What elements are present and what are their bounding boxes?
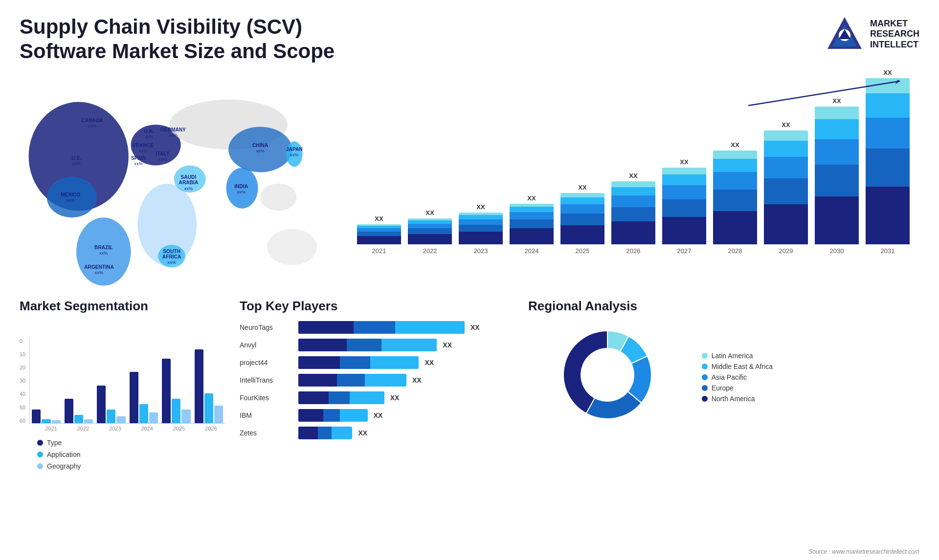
svg-text:U.K.: U.K.	[144, 128, 154, 133]
svg-text:xx%: xx%	[237, 190, 246, 194]
main-bar-group: XX2024	[510, 194, 554, 255]
legend-asia-pacific: Asia Pacific	[702, 373, 773, 381]
bar-value-label: XX	[476, 203, 485, 211]
bar-x-label: 2022	[423, 247, 437, 255]
bar-x-label: 2028	[728, 247, 742, 255]
bar-x-label: 2026	[626, 247, 641, 255]
player-xx-label: XX	[412, 376, 422, 384]
player-name: Anvyl	[240, 341, 298, 349]
source-text: Source : www.marketresearchintellect.com	[808, 548, 919, 555]
svg-text:xx%: xx%	[88, 124, 97, 129]
svg-text:xx%: xx%	[169, 133, 178, 138]
bar-value-label: XX	[782, 121, 790, 129]
bar-value-label: XX	[731, 141, 739, 149]
svg-text:xx%: xx%	[256, 149, 265, 153]
world-map-svg: CANADA xx% U.S. xx% MEXICO xx% BRAZIL xx…	[20, 74, 337, 289]
svg-text:xx%: xx%	[99, 251, 108, 256]
player-name: NeuroTags	[240, 323, 298, 331]
svg-text:ITALY: ITALY	[156, 151, 170, 156]
svg-text:CANADA: CANADA	[81, 118, 103, 123]
seg-bar-group	[97, 338, 125, 423]
main-bar-group: XX2026	[611, 172, 655, 254]
svg-text:FRANCE: FRANCE	[133, 143, 154, 148]
bar-x-label: 2025	[576, 247, 590, 255]
legend-europe: Europe	[702, 384, 773, 392]
logo-area: MARKET RESEARCH INTELLECT	[825, 15, 919, 54]
bar-x-label: 2023	[474, 247, 488, 255]
regional-title: Regional Analysis	[528, 299, 773, 314]
svg-text:INDIA: INDIA	[234, 184, 248, 189]
page-title: Supply Chain Visibility (SCV) Software M…	[20, 15, 362, 64]
svg-text:xx%: xx%	[66, 198, 75, 203]
player-row: NeuroTagsXX	[240, 321, 514, 334]
main-bar-group: XX2023	[459, 203, 503, 255]
player-name: FourKites	[240, 394, 298, 402]
player-name: Zetes	[240, 429, 298, 437]
bar-value-label: XX	[832, 97, 841, 105]
bar-value-label: XX	[425, 209, 434, 216]
legend-item-application: Application	[37, 451, 225, 458]
segmentation-section: Market Segmentation 60 50 40 30 20 10 0 …	[20, 299, 225, 470]
players-section: Top Key Players NeuroTagsXXAnvylXXprojec…	[240, 299, 514, 470]
svg-text:GERMANY: GERMANY	[160, 127, 186, 132]
player-xx-label: XX	[443, 341, 452, 349]
main-bar-group: XX2021	[357, 215, 401, 255]
player-xx-label: XX	[374, 411, 383, 419]
legend-middle-east-africa: Middle East & Africa	[702, 363, 773, 370]
seg-bar-group	[65, 338, 93, 423]
player-name: project44	[240, 359, 298, 366]
logo-text: MARKET RESEARCH INTELLECT	[870, 19, 919, 50]
svg-text:ARABIA: ARABIA	[179, 180, 199, 185]
legend-item-type: Type	[37, 439, 225, 447]
bar-value-label: XX	[375, 215, 383, 222]
bar-value-label: XX	[680, 158, 688, 166]
main-bar-group: XX2025	[560, 184, 604, 255]
map-section: CANADA xx% U.S. xx% MEXICO xx% BRAZIL xx…	[20, 74, 337, 289]
bar-value-label: XX	[578, 184, 586, 191]
segmentation-title: Market Segmentation	[20, 299, 225, 314]
seg-bar-group	[32, 338, 60, 423]
logo-icon	[825, 15, 864, 54]
seg-bar-group	[195, 338, 223, 423]
svg-text:MEXICO: MEXICO	[61, 192, 80, 197]
svg-text:U.S.: U.S.	[71, 155, 81, 161]
bottom-grid: Market Segmentation 60 50 40 30 20 10 0 …	[20, 299, 919, 470]
svg-text:xx%: xx%	[95, 270, 104, 275]
page: Supply Chain Visibility (SCV) Software M…	[0, 0, 939, 560]
legend-latin-america: Latin America	[702, 352, 773, 360]
svg-text:xx%: xx%	[290, 152, 299, 157]
regional-section: Regional Analysis Latin America	[528, 299, 773, 470]
svg-text:SPAIN: SPAIN	[131, 155, 146, 161]
bar-x-label: 2030	[830, 247, 844, 255]
player-row: FourKitesXX	[240, 391, 514, 404]
seg-bar-group	[130, 338, 158, 423]
bar-chart-section: XX2021XX2022XX2023XX2024XX2025XX2026XX20…	[347, 74, 919, 289]
svg-text:xx%: xx%	[158, 157, 167, 162]
svg-text:BRAZIL: BRAZIL	[94, 245, 112, 250]
bar-x-label: 2021	[372, 247, 386, 255]
player-row: ZetesXX	[240, 427, 514, 439]
legend-item-geography: Geography	[37, 462, 225, 470]
svg-point-51	[581, 348, 634, 402]
players-list: NeuroTagsXXAnvylXXproject44XXIntelliTran…	[240, 321, 514, 439]
main-bar-group: XX2030	[815, 97, 859, 254]
svg-point-16	[267, 229, 317, 265]
bar-value-label: XX	[629, 172, 637, 179]
bar-x-label: 2029	[779, 247, 793, 255]
bar-x-label: 2024	[525, 247, 539, 255]
bar-value-label: XX	[883, 69, 892, 76]
seg-bar-group	[162, 338, 190, 423]
svg-text:CHINA: CHINA	[252, 143, 268, 148]
main-bar-group: XX2022	[408, 209, 452, 255]
bar-x-label: 2027	[677, 247, 692, 255]
player-xx-label: XX	[425, 359, 434, 366]
player-xx-label: XX	[470, 323, 480, 331]
svg-text:AFRICA: AFRICA	[162, 254, 181, 259]
player-row: project44XX	[240, 356, 514, 369]
bar-x-label: 2031	[881, 247, 895, 255]
header: Supply Chain Visibility (SCV) Software M…	[20, 15, 919, 64]
main-bar-group: XX2029	[764, 121, 808, 255]
main-bar-group: XX2027	[662, 158, 706, 254]
svg-text:SOUTH: SOUTH	[163, 248, 180, 254]
main-bar-group: XX2028	[713, 141, 757, 255]
